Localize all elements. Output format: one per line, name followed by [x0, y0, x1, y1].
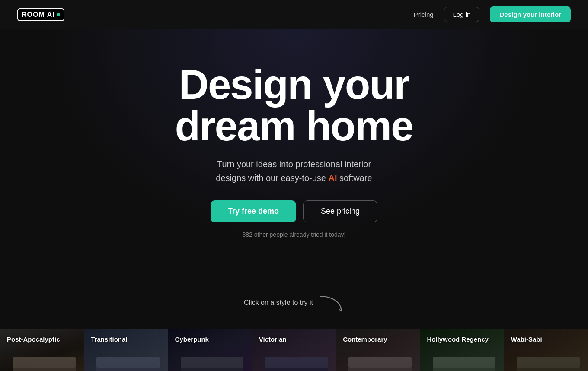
style-card-hollywood-regency[interactable]: Hollywood Regency [420, 329, 504, 371]
social-proof-text: 382 other people already tried it today! [243, 231, 346, 238]
login-button[interactable]: Log in [444, 7, 480, 22]
style-card-label: Contemporary [343, 336, 387, 343]
style-card-overlay [168, 329, 252, 371]
logo[interactable]: ROOM AI [17, 8, 64, 21]
navbar: ROOM AI Pricing Log in Design your inter… [0, 0, 588, 29]
style-card-transitional[interactable]: Transitional [84, 329, 168, 371]
style-card-post-apocalyptic[interactable]: Post-Apocalyptic [0, 329, 84, 371]
style-card-label: Transitional [91, 336, 127, 343]
nav-pricing-link[interactable]: Pricing [414, 11, 434, 18]
style-card-overlay [0, 329, 84, 371]
style-card-overlay [420, 329, 504, 371]
style-card-label: Post-Apocalyptic [7, 336, 60, 343]
hero-ai-word: AI [328, 173, 337, 183]
hero-buttons: Try free demo See pricing [211, 200, 377, 222]
style-card-overlay [252, 329, 336, 371]
style-cards-row: Post-Apocalyptic Transitional Cyberpunk [0, 329, 588, 371]
try-demo-button[interactable]: Try free demo [211, 200, 296, 222]
hero-subtitle-part3: software [339, 173, 372, 183]
see-pricing-button[interactable]: See pricing [303, 200, 377, 222]
style-card-wabi-sabi[interactable]: Wabi-Sabi [504, 329, 588, 371]
hero-subtitle: Turn your ideas into professional interi… [216, 157, 372, 185]
hero-subtitle-part1: Turn your ideas into professional interi… [217, 159, 371, 169]
style-card-overlay [504, 329, 588, 371]
hero-title-line1: Design your [179, 61, 409, 108]
style-card-overlay [84, 329, 168, 371]
nav-right: Pricing Log in Design your interior [414, 6, 571, 22]
style-card-label: Cyberpunk [175, 336, 209, 343]
logo-text: ROOM AI [22, 11, 55, 19]
design-cta-button[interactable]: Design your interior [490, 6, 571, 22]
arrow-icon [318, 294, 344, 316]
hero-section: Design your dream home Turn your ideas i… [0, 29, 588, 281]
style-card-contemporary[interactable]: Contemporary [336, 329, 420, 371]
hero-title-line2: dream home [175, 103, 413, 149]
gallery-hint: Click on a style to try it [0, 290, 588, 316]
gallery-hint-text: Click on a style to try it [244, 299, 313, 307]
style-card-overlay [336, 329, 420, 371]
logo-box: ROOM AI [17, 8, 64, 21]
style-card-victorian[interactable]: Victorian [252, 329, 336, 371]
style-card-label: Wabi-Sabi [511, 336, 542, 343]
style-card-label: Hollywood Regency [427, 336, 489, 343]
style-card-cyberpunk[interactable]: Cyberpunk [168, 329, 252, 371]
logo-dot [57, 13, 60, 16]
gallery-section: Click on a style to try it Post-Apocalyp… [0, 281, 588, 371]
hero-subtitle-part2: designs with our easy-to-use [216, 173, 326, 183]
hero-title: Design your dream home [175, 64, 413, 147]
style-card-label: Victorian [259, 336, 287, 343]
